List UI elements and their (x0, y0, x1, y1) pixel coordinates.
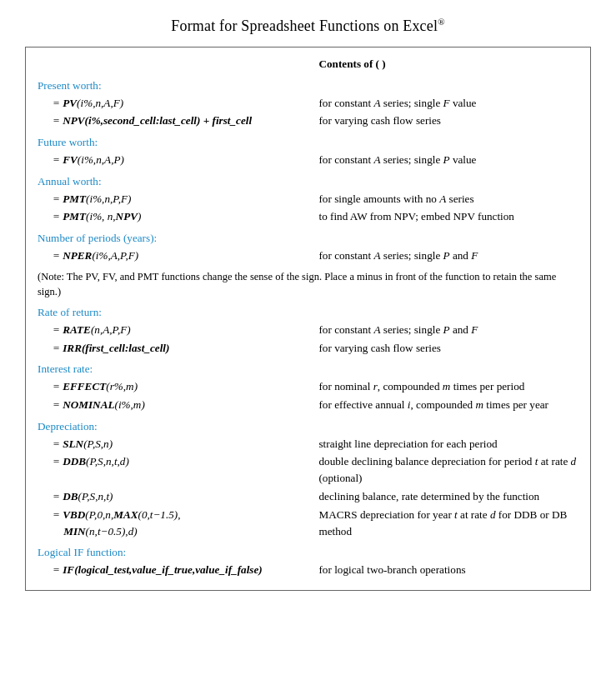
row-fv: = FV(i%,n,A,P) for constant A series; si… (38, 152, 578, 168)
section-label-present-worth: Present worth: (38, 78, 578, 94)
section-label-future-worth: Future worth: (38, 134, 578, 151)
row-irr: = IRR(first_cell:last_cell) for varying … (38, 340, 578, 357)
section-label-nper: Number of periods (years): (38, 230, 578, 247)
page-title: Format for Spreadsheet Functions on Exce… (171, 17, 444, 35)
formula-rate: = RATE(n,A,P,F) (38, 322, 318, 338)
row-pmt2: = PMT(i%, n,NPV) to find AW from NPV; em… (38, 208, 578, 225)
desc-vbd: MACRS depreciation for year t at rate d … (318, 507, 578, 540)
desc-irr: for varying cash flow series (318, 340, 578, 357)
section-depreciation: Depreciation: = SLN(P,S,n) straight line… (38, 418, 578, 540)
desc-ddb: double declining balance depreciation fo… (318, 453, 578, 487)
section-present-worth: Present worth: = PV(i%,n,A,F) for consta… (38, 78, 578, 129)
section-label-interest: Interest rate: (38, 361, 578, 378)
desc-effect: for nominal r, compounded m times per pe… (318, 378, 578, 395)
row-sln: = SLN(P,S,n) straight line depreciation … (38, 436, 578, 452)
formula-irr: = IRR(first_cell:last_cell) (38, 340, 318, 357)
desc-rate: for constant A series; single P and F (318, 322, 578, 338)
row-nper: = NPER(i%,A,P,F) for constant A series; … (38, 248, 578, 264)
desc-pv: for constant A series; single F value (318, 95, 578, 112)
formula-pmt2: = PMT(i%, n,NPV) (38, 208, 318, 225)
formula-fv: = FV(i%,n,A,P) (38, 152, 318, 168)
section-logical-if: Logical IF function: = IF(logical_test,v… (38, 544, 578, 578)
section-label-annual-worth: Annual worth: (38, 173, 578, 190)
section-label-logical-if: Logical IF function: (38, 544, 578, 561)
row-nominal: = NOMINAL(i%,m) for effective annual i, … (38, 397, 578, 413)
formula-pmt1: = PMT(i%,n,P,F) (38, 191, 318, 208)
desc-npv: for varying cash flow series (318, 112, 578, 129)
formula-nominal: = NOMINAL(i%,m) (38, 397, 318, 413)
desc-pmt1: for single amounts with no A series (318, 191, 578, 208)
desc-pmt2: to find AW from NPV; embed NPV function (318, 208, 578, 225)
title-superscript: ® (438, 17, 445, 27)
desc-nominal: for effective annual i, compounded m tim… (318, 397, 578, 413)
desc-sln: straight line depreciation for each peri… (318, 436, 578, 452)
header-right: Contents of ( ) (318, 56, 578, 72)
row-vbd: = VBD(P,0,n,MAX(0,t−1.5), MIN(n,t−0.5),d… (38, 507, 578, 540)
section-label-ror: Rate of return: (38, 304, 578, 321)
row-npv: = NPV(i%,second_cell:last_cell) + first_… (38, 112, 578, 129)
formula-effect: = EFFECT(r%,m) (38, 378, 318, 395)
row-rate: = RATE(n,A,P,F) for constant A series; s… (38, 322, 578, 338)
formula-pv: = PV(i%,n,A,F) (38, 95, 318, 112)
section-interest-rate: Interest rate: = EFFECT(r%,m) for nomina… (38, 361, 578, 412)
formula-ddb: = DDB(P,S,n,t,d) (38, 453, 318, 470)
main-content-box: Contents of ( ) Present worth: = PV(i%,n… (25, 47, 591, 591)
formula-db: = DB(P,S,n,t) (38, 488, 318, 505)
formula-vbd: = VBD(P,0,n,MAX(0,t−1.5), MIN(n,t−0.5),d… (38, 507, 318, 540)
row-db: = DB(P,S,n,t) declining balance, rate de… (38, 488, 578, 505)
row-pv: = PV(i%,n,A,F) for constant A series; si… (38, 95, 578, 112)
section-annual-worth: Annual worth: = PMT(i%,n,P,F) for single… (38, 173, 578, 225)
desc-nper: for constant A series; single P and F (318, 248, 578, 264)
formula-if: = IF(logical_test,value_if_true,value_if… (38, 562, 318, 578)
title-text: Format for Spreadsheet Functions on Exce… (171, 18, 438, 34)
row-if: = IF(logical_test,value_if_true,value_if… (38, 562, 578, 578)
formula-npv: = NPV(i%,second_cell:last_cell) + first_… (38, 112, 318, 129)
desc-db: declining balance, rate determined by th… (318, 488, 578, 505)
section-nper: Number of periods (years): = NPER(i%,A,P… (38, 230, 578, 264)
section-label-depreciation: Depreciation: (38, 418, 578, 435)
formula-nper: = NPER(i%,A,P,F) (38, 248, 318, 264)
column-headers: Contents of ( ) (38, 56, 578, 72)
header-left (38, 56, 318, 72)
formula-sln: = SLN(P,S,n) (38, 436, 318, 452)
row-ddb: = DDB(P,S,n,t,d) double declining balanc… (38, 453, 578, 487)
desc-if: for logical two-branch operations (318, 562, 578, 578)
section-rate-of-return: Rate of return: = RATE(n,A,P,F) for cons… (38, 304, 578, 356)
note-text: (Note: The PV, FV, and PMT functions cha… (38, 269, 578, 299)
desc-fv: for constant A series; single P value (318, 152, 578, 168)
row-pmt1: = PMT(i%,n,P,F) for single amounts with … (38, 191, 578, 208)
section-future-worth: Future worth: = FV(i%,n,A,P) for constan… (38, 134, 578, 168)
row-effect: = EFFECT(r%,m) for nominal r, compounded… (38, 378, 578, 395)
